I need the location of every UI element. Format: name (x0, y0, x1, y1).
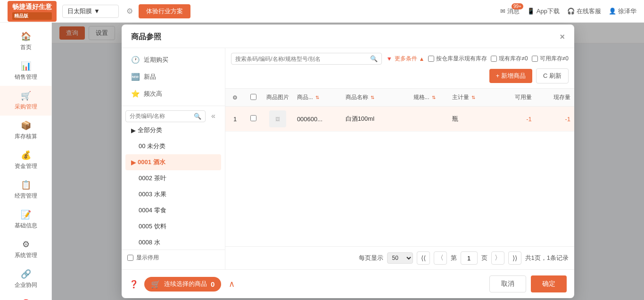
th-code[interactable]: 商品... ⇅ (293, 89, 342, 107)
show-disabled-checkbox[interactable] (127, 255, 133, 261)
collab-icon: 🔗 (21, 269, 31, 279)
product-table: ⚙ 商品图片 (225, 89, 574, 132)
gear-icon[interactable]: ⚙ (126, 7, 133, 16)
sidebar-item-guide[interactable]: 🎯 新手引导 (0, 294, 51, 300)
app-logo: 畅捷通好生意 精品版 (8, 1, 57, 22)
sidebar-label-inventory: 库存核算 (15, 133, 37, 141)
checkbox-stock-nz-input[interactable] (491, 56, 497, 62)
sidebar-item-purchase[interactable]: 🛒 采购管理 (0, 86, 51, 116)
sidebar-item-inventory[interactable]: 📦 库存核算 (0, 116, 51, 145)
modal-tab-new[interactable]: 🆕 新品 (125, 69, 221, 85)
category-fruit-label: 0003 水果 (131, 190, 166, 199)
sort-name-icon[interactable]: ⇅ (371, 95, 374, 100)
sidebar-item-collab[interactable]: 🔗 企业协同 (0, 264, 51, 294)
sort-unit-icon[interactable]: ⇅ (471, 95, 475, 100)
prev-page-button[interactable]: 〈 (434, 251, 447, 265)
app-download[interactable]: 📱 App下载 (527, 7, 560, 16)
operations-icon: 📋 (21, 180, 31, 190)
th-name-label: 商品名称 (346, 94, 368, 100)
category-liquor[interactable]: ▶ 0001 酒水 (125, 154, 221, 170)
checkbox-stock-nz-label: 现有库存≠0 (499, 55, 528, 63)
user-profile[interactable]: 👤 徐泽华 (609, 7, 636, 16)
sidebar-label-basic: 基础信息 (15, 222, 37, 230)
sidebar-item-system[interactable]: ⚙ 系统管理 (0, 234, 51, 264)
confirm-button[interactable]: 确定 (531, 275, 567, 292)
inventory-icon: 📦 (21, 120, 31, 131)
message-badge[interactable]: ✉ 消息 99+ (500, 7, 520, 16)
category-unclassified-label: 00 未分类 (131, 142, 165, 150)
category-unclassified[interactable]: 00 未分类 (125, 138, 221, 154)
category-fruit[interactable]: 0003 水果 (125, 186, 221, 202)
cancel-button[interactable]: 取消 (489, 275, 526, 292)
message-count: 99+ (512, 3, 523, 9)
new-icon: 🆕 (131, 73, 140, 81)
checkbox-avail-nz: 可用库存≠0 (532, 55, 569, 63)
th-avail-label: 可用量 (515, 94, 532, 100)
row-spec (410, 107, 448, 132)
basic-icon: 📝 (21, 209, 31, 220)
left-divider (122, 106, 225, 106)
sidebar-item-basic[interactable]: 📝 基础信息 (0, 205, 51, 234)
sidebar-item-operations[interactable]: 📋 经营管理 (0, 175, 51, 205)
modal-tab-frequent[interactable]: ⭐ 频次高 (125, 86, 221, 102)
category-liquor-label: 0001 酒水 (138, 158, 165, 167)
th-name[interactable]: 商品名称 ⇅ (342, 89, 410, 107)
settings-icon[interactable]: ⚙ (232, 94, 238, 101)
sidebar-item-sales[interactable]: 📊 销售管理 (0, 56, 51, 86)
filter-icon: 🔻 (386, 56, 393, 62)
sidebar-label-system: 系统管理 (15, 251, 37, 259)
checkbox-avail-nz-input[interactable] (532, 56, 538, 62)
first-page-button[interactable]: ⟨⟨ (417, 251, 430, 265)
add-product-button[interactable]: + 新增商品 (489, 69, 532, 83)
sidebar-item-home[interactable]: 🏠 首页 (0, 26, 51, 56)
exp-button[interactable]: 体验行业方案 (139, 4, 190, 18)
last-page-button[interactable]: ⟩⟩ (508, 251, 521, 265)
download-icon: 📱 (527, 8, 535, 15)
category-snack[interactable]: 0004 零食 (125, 202, 221, 218)
modal-toolbar: 🔍 🔻 更多条件 ▲ 按仓库显示现有库存 (225, 48, 574, 89)
download-label: App下载 (537, 7, 560, 16)
category-tea[interactable]: 0002 茶叶 (125, 170, 221, 186)
th-unit[interactable]: 主计量 ⇅ (448, 89, 487, 107)
category-beverage[interactable]: 0005 饮料 (125, 218, 221, 234)
search-icon[interactable]: 🔍 (370, 55, 378, 62)
page-number-input[interactable] (461, 251, 478, 265)
modal-tab-recent[interactable]: 🕐 近期购买 (125, 52, 221, 68)
help-icon[interactable]: ❓ (129, 280, 139, 289)
category-search-input[interactable] (130, 113, 192, 119)
image-icon: 🖼 (275, 117, 280, 122)
frequent-icon: ⭐ (131, 90, 140, 98)
th-spec[interactable]: 规格... ⇅ (410, 89, 448, 107)
checkbox-warehouse-input[interactable] (428, 56, 434, 62)
cart-section[interactable]: 🛒 连续选择的商品 0 (144, 277, 221, 292)
modal-footer: ❓ 🛒 连续选择的商品 0 ∧ 取消 确定 (122, 269, 574, 298)
per-page-select[interactable]: 50 10 20 100 (387, 252, 413, 264)
recent-icon: 🕐 (131, 56, 140, 64)
cart-icon: 🛒 (151, 280, 160, 289)
modal-close-button[interactable]: × (560, 32, 565, 42)
store-selector[interactable]: 日太阳膜 ▼ (62, 5, 119, 18)
row-checkbox[interactable] (250, 115, 256, 121)
product-search-input[interactable] (235, 56, 368, 62)
refresh-button[interactable]: C 刷新 (536, 68, 569, 83)
select-all-checkbox[interactable] (250, 94, 256, 100)
next-page-button[interactable]: 〉 (491, 251, 504, 265)
filter-chevron-icon: ▲ (419, 56, 425, 62)
category-all[interactable]: ▶ 全部分类 (125, 122, 221, 138)
category-water[interactable]: 0008 水 (125, 234, 221, 250)
pagination: 每页显示 50 10 20 100 ⟨⟨ 〈 第 页 (225, 246, 574, 269)
page-word2: 页 (481, 254, 487, 262)
row-avail: -1 (487, 107, 536, 132)
table-row[interactable]: 1 🖼 (225, 107, 574, 132)
filter-button[interactable]: 🔻 更多条件 ▲ (386, 55, 425, 63)
category-search-icon[interactable]: 🔍 (194, 113, 201, 120)
th-image-label: 商品图片 (266, 94, 289, 100)
filter-label: 更多条件 (395, 55, 417, 63)
collapse-footer-icon[interactable]: ∧ (229, 279, 235, 289)
sort-code-icon[interactable]: ⇅ (315, 95, 319, 100)
sort-spec-icon[interactable]: ⇅ (432, 95, 436, 100)
online-service[interactable]: 🎧 在线客服 (567, 7, 601, 16)
sidebar-label-finance: 资金管理 (15, 162, 37, 170)
collapse-left-button[interactable]: « (209, 110, 217, 122)
sidebar-item-finance[interactable]: 💰 资金管理 (0, 145, 51, 175)
